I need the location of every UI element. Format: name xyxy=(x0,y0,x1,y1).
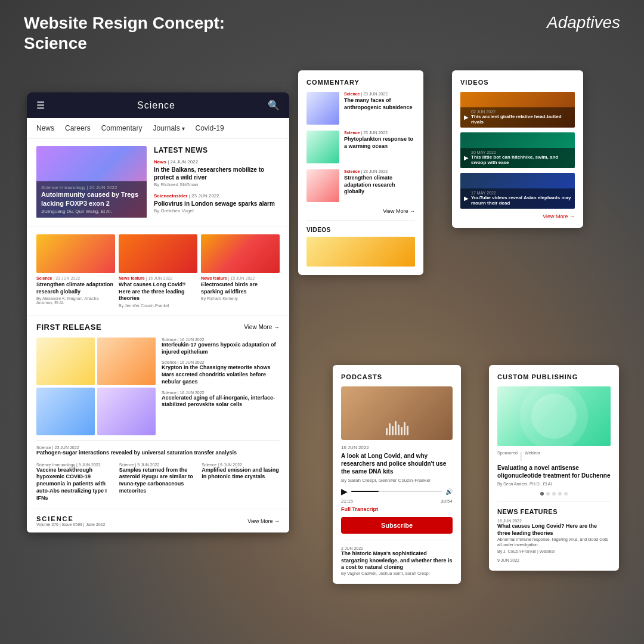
dot-2[interactable] xyxy=(546,492,550,496)
fr-img-2 xyxy=(97,338,156,385)
first-release-label: FIRST RELEASE xyxy=(36,323,101,332)
custom-label: CUSTOM PUBLISHING xyxy=(497,373,611,380)
play-icon-3[interactable]: ▶ xyxy=(464,195,469,202)
dot-1[interactable] xyxy=(540,492,544,496)
view-more-first-release[interactable]: View More → xyxy=(244,324,280,330)
transcript-link[interactable]: Full Transcript xyxy=(341,506,453,512)
pod-meta2: 2 JUN 2022 xyxy=(341,546,453,550)
news-headline-1: In the Balkans, researchers mobilize to … xyxy=(154,166,280,181)
play-icon-1[interactable]: ▶ xyxy=(464,114,469,120)
nf-author-1: By J. Couzin-Frankel | Webinar xyxy=(497,549,611,553)
phone-main: ☰ Science 🔍 News Careers Commentary Jour… xyxy=(27,92,289,532)
custom-title: Evaluating a novel antisense oligonucleo… xyxy=(497,464,611,479)
comm-title-2: Phytoplankton response to a warming ocea… xyxy=(344,136,415,150)
time-total: 38:54 xyxy=(441,499,453,504)
fr-article-1[interactable]: Science | 16 JUN 2022 Interleukin-17 gov… xyxy=(162,338,280,355)
videos-card: VIDEOS ▶ 02 JUN 2022 This ancient giraff… xyxy=(452,70,583,228)
podcast-date: 16 JUN 2022 xyxy=(341,445,453,450)
card-title-1: Strengthen climate adaptation research g… xyxy=(36,281,115,295)
fr-cat-2: Science | 16 JUN 2022 xyxy=(162,360,280,364)
fr-bottom-2[interactable]: Science | 9 JUN 2022 Samples returned fr… xyxy=(119,463,197,501)
vid-thumb-small[interactable] xyxy=(306,237,415,267)
phone-title: Science xyxy=(137,100,175,111)
play-icon-2[interactable]: ▶ xyxy=(464,154,469,161)
hamburger-icon[interactable]: ☰ xyxy=(36,100,45,111)
hero-image[interactable]: Science Immunology | 24 JUN 2022 Autoimm… xyxy=(36,146,147,218)
comm-img-1 xyxy=(306,92,339,125)
card-3[interactable]: News feature | 15 JUN 2022 Electrocuted … xyxy=(201,234,280,308)
hero-section: Science Immunology | 24 JUN 2022 Autoimm… xyxy=(27,139,289,227)
fr-main-article[interactable]: Science | 23 JUN 2022 Pathogen-sugar int… xyxy=(36,440,280,457)
custom-tags: Sponsored | Webinar xyxy=(497,451,611,462)
podcast-player: ▶ 🔊 xyxy=(341,487,453,496)
news-author-1: By Richaed Shiffman xyxy=(154,182,280,187)
search-icon[interactable]: 🔍 xyxy=(268,100,280,111)
fr-main-cat: Science | 23 JUN 2022 xyxy=(36,445,280,450)
fr-bottom-3[interactable]: Science | 9 JUN 2022 Amplified emission … xyxy=(202,463,280,501)
fr-bottom-1[interactable]: Science Immunology | 9 JUN 2022 Vaccine … xyxy=(36,463,114,501)
nav-careers[interactable]: Careers xyxy=(65,124,91,132)
nf-desc-1: Abnormal immune response, lingering viru… xyxy=(497,537,611,547)
commentary-item-3[interactable]: Science | 23 JUN 2022 Strengthen climate… xyxy=(306,169,415,202)
news-item-1[interactable]: News | 24 JUN 2022 In the Balkans, resea… xyxy=(154,159,280,187)
nav-news[interactable]: News xyxy=(36,124,54,132)
commentary-item-1[interactable]: Science | 23 JUN 2022 The many faces of … xyxy=(306,92,415,125)
podcast-item-2[interactable]: 2 JUN 2022 The historic Maya's sophistic… xyxy=(341,540,453,575)
vid-img-3: ▶ 17 MAY 2022 YouTube videos reveal Asia… xyxy=(460,173,575,209)
podcast-play-btn[interactable]: ▶ xyxy=(341,487,348,496)
progress-bar[interactable] xyxy=(351,491,442,492)
vid-overlay-3: ▶ 17 MAY 2022 YouTube videos reveal Asia… xyxy=(460,188,575,209)
vid-overlay-1: ▶ 02 JUN 2022 This ancient giraffe relat… xyxy=(460,107,575,128)
dot-3[interactable] xyxy=(552,492,556,496)
fr-articles: Science | 16 JUN 2022 Interleukin-17 gov… xyxy=(162,338,280,435)
footer-meta: Volume 376 | Issue 6599 | June 2022 xyxy=(36,522,105,527)
fr-title-2: Krypton in the Chassigny meteorite shows… xyxy=(162,364,280,385)
three-cards: Science | 23 JUN 2022 Strengthen climate… xyxy=(27,227,289,315)
brand-label: Adaptives xyxy=(547,13,620,32)
hero-authors: Jiulinguang Du, Qun Wang, Et Al. xyxy=(41,209,142,214)
phone-header: ☰ Science 🔍 xyxy=(27,92,289,118)
subscribe-button[interactable]: Subscribe xyxy=(341,517,453,534)
news-author-2: By Gretchen Vogel xyxy=(154,208,280,213)
hero-category: Science Immunology | 24 JUN 2022 xyxy=(41,185,142,190)
nav-journals[interactable]: Journals xyxy=(153,124,184,132)
comm-text-2: Science | 23 JUN 2022 Phytoplankton resp… xyxy=(344,131,415,163)
nav-covid[interactable]: Covid-19 xyxy=(196,124,224,132)
fr-article-3[interactable]: Science | 16 JUN 2022 Accelerated aging … xyxy=(162,391,280,408)
fr-cat-3: Science | 16 JUN 2022 xyxy=(162,391,280,395)
podcast-bars xyxy=(386,421,408,435)
dot-5[interactable] xyxy=(564,492,568,496)
commentary-item-2[interactable]: Science | 23 JUN 2022 Phytoplankton resp… xyxy=(306,131,415,163)
fr-cat-1: Science | 16 JUN 2022 xyxy=(162,338,280,342)
video-item-1[interactable]: ▶ 02 JUN 2022 This ancient giraffe relat… xyxy=(460,92,575,128)
video-item-3[interactable]: ▶ 17 MAY 2022 YouTube videos reveal Asia… xyxy=(460,173,575,209)
card-2[interactable]: News feature | 16 JUN 2022 What causes L… xyxy=(119,234,197,308)
dot-4[interactable] xyxy=(558,492,562,496)
fr-img-3 xyxy=(36,388,95,435)
card-author-3: By Richard Kemeny xyxy=(201,296,280,301)
vid-img-2: ▶ 20 MAY 2022 This little bot can hitchh… xyxy=(460,132,575,168)
podcast-img xyxy=(341,386,453,440)
comm-img-2 xyxy=(306,131,339,163)
nf-item-1[interactable]: 16 JUN 2022 What causes Long Covid? Here… xyxy=(497,519,611,553)
footer-viewmore[interactable]: View More → xyxy=(247,518,280,524)
comm-text-1: Science | 23 JUN 2022 The many faces of … xyxy=(344,92,415,125)
first-release-section: FIRST RELEASE View More → Science | 16 J… xyxy=(27,315,289,509)
custom-img-overlay xyxy=(497,386,611,446)
nav-commentary[interactable]: Commentary xyxy=(101,124,143,132)
vid-overlay-2: ▶ 20 MAY 2022 This little bot can hitchh… xyxy=(460,148,575,168)
card-1[interactable]: Science | 23 JUN 2022 Strengthen climate… xyxy=(36,234,115,308)
fr-img-4 xyxy=(97,388,156,435)
volume-icon[interactable]: 🔊 xyxy=(445,488,453,495)
comm-viewmore[interactable]: View More → xyxy=(306,208,415,214)
custom-card: CUSTOM PUBLISHING Sponsored | Webinar Ev… xyxy=(489,365,619,571)
card-meta-2: News feature | 16 JUN 2022 xyxy=(119,276,197,280)
news-meta-2: ScienceInsider | 23 JUN 2022 xyxy=(154,193,280,199)
vid-viewmore[interactable]: View More → xyxy=(460,213,575,219)
news-item-2[interactable]: ScienceInsider | 23 JUN 2022 Poliovirus … xyxy=(154,193,280,213)
fr-images xyxy=(36,338,156,435)
videos-small: VIDEOS xyxy=(306,220,415,267)
fr-article-2[interactable]: Science | 16 JUN 2022 Krypton in the Cha… xyxy=(162,360,280,385)
video-item-2[interactable]: ▶ 20 MAY 2022 This little bot can hitchh… xyxy=(460,132,575,168)
card-img-1 xyxy=(36,234,115,273)
